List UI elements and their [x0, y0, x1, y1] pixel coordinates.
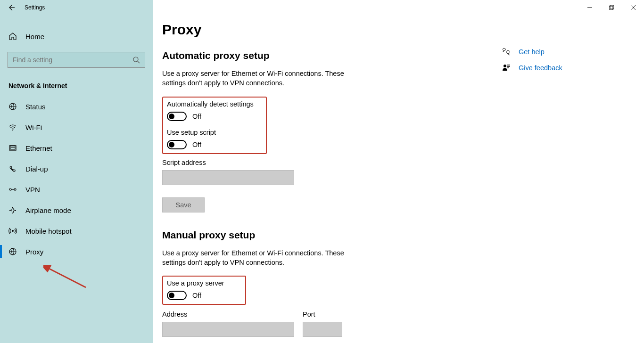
sidebar: Settings Home Network & Internet Status … [0, 0, 153, 343]
maximize-button[interactable] [601, 0, 622, 15]
nav-item-status[interactable]: Status [0, 96, 153, 117]
svg-point-5 [9, 188, 11, 190]
nav-item-vpn[interactable]: VPN [0, 179, 153, 200]
give-feedback-text: Give feedback [519, 64, 562, 72]
auto-detect-label: Automatically detect settings [167, 100, 261, 108]
svg-point-11 [504, 65, 506, 67]
nav-item-label: Ethernet [25, 144, 52, 152]
nav-home[interactable]: Home [0, 26, 153, 46]
setup-script-toggle[interactable] [167, 140, 187, 149]
hotspot-icon [8, 227, 17, 235]
nav-item-ethernet[interactable]: Ethernet [0, 138, 153, 158]
script-address-label: Script address [162, 159, 502, 166]
nav-item-label: Status [25, 103, 46, 111]
auto-detect-state: Off [192, 113, 201, 120]
nav-item-wifi[interactable]: Wi-Fi [0, 117, 153, 138]
address-label: Address [162, 310, 294, 318]
auto-section-title: Automatic proxy setup [162, 50, 502, 61]
ethernet-icon [8, 144, 17, 152]
window-controls [579, 0, 644, 15]
svg-point-0 [133, 57, 138, 62]
proxy-icon [8, 247, 17, 256]
get-help-text: Get help [519, 48, 545, 56]
nav-item-airplane[interactable]: Airplane mode [0, 200, 153, 220]
airplane-icon [8, 206, 17, 214]
give-feedback-link[interactable]: Give feedback [502, 63, 624, 73]
dialup-icon [8, 164, 17, 173]
svg-rect-9 [609, 6, 613, 10]
search-input[interactable] [13, 56, 132, 64]
setup-script-state: Off [192, 141, 201, 148]
nav-item-proxy[interactable]: Proxy [0, 241, 153, 262]
nav-item-label: Mobile hotspot [25, 227, 72, 235]
svg-point-2 [12, 130, 13, 131]
highlight-box-manual: Use a proxy server Off [162, 276, 246, 305]
use-proxy-toggle[interactable] [167, 291, 187, 300]
svg-rect-10 [610, 5, 614, 9]
wifi-icon [8, 123, 17, 131]
category-label: Network & Internet [8, 82, 153, 90]
nav-item-label: Airplane mode [25, 206, 71, 214]
address-input [162, 322, 294, 337]
back-button[interactable] [8, 4, 15, 11]
home-icon [8, 32, 17, 41]
nav-item-label: VPN [25, 186, 40, 194]
manual-section-desc: Use a proxy server for Ethernet or Wi-Fi… [162, 248, 360, 268]
status-icon [8, 102, 17, 111]
nav-item-dialup[interactable]: Dial-up [0, 158, 153, 179]
get-help-link[interactable]: Get help [502, 47, 624, 57]
search-icon [132, 56, 140, 64]
highlight-box-auto: Automatically detect settings Off Use se… [162, 97, 267, 154]
minimize-button[interactable] [579, 0, 601, 15]
nav-item-label: Proxy [25, 248, 43, 256]
setup-script-label: Use setup script [167, 129, 261, 136]
app-title: Settings [25, 4, 45, 11]
nav-item-hotspot[interactable]: Mobile hotspot [0, 220, 153, 241]
svg-point-7 [12, 230, 14, 232]
annotation-arrow-icon [43, 265, 91, 291]
content-area: Proxy Automatic proxy setup Use a proxy … [153, 0, 644, 343]
port-label: Port [303, 310, 342, 318]
nav-item-label: Wi-Fi [25, 123, 42, 131]
feedback-icon [502, 63, 511, 73]
nav-item-label: Dial-up [25, 165, 48, 173]
nav-home-label: Home [25, 33, 44, 41]
page-title: Proxy [162, 22, 502, 38]
vpn-icon [8, 185, 17, 194]
save-button: Save [162, 197, 205, 212]
auto-detect-toggle[interactable] [167, 112, 187, 121]
script-address-input [162, 170, 294, 185]
auto-section-desc: Use a proxy server for Ethernet or Wi-Fi… [162, 69, 360, 88]
use-proxy-state: Off [192, 292, 201, 299]
help-icon [502, 47, 511, 57]
manual-section-title: Manual proxy setup [162, 229, 502, 241]
search-box[interactable] [8, 52, 145, 68]
svg-point-6 [14, 188, 16, 190]
aside: Get help Give feedback [502, 22, 624, 337]
close-button[interactable] [622, 0, 644, 15]
use-proxy-label: Use a proxy server [167, 279, 240, 287]
titlebar-left: Settings [0, 0, 153, 15]
port-input [303, 322, 342, 337]
